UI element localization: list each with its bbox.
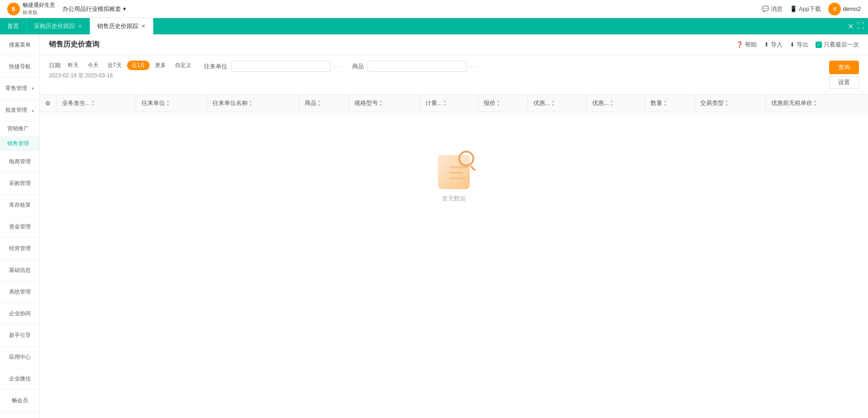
col-sort-discount2[interactable]: 优惠... ▲▼ (592, 99, 640, 107)
search-button[interactable]: 查询 (829, 61, 859, 74)
message-icon: 💬 (762, 5, 769, 12)
sidebar-item-marketing[interactable]: 营销推广 (0, 121, 39, 136)
sidebar-item-quick-nav[interactable]: 快捷导航 (0, 56, 39, 78)
col-price: 报价 ▲▼ (478, 95, 528, 112)
sidebar: 搜索菜单 快捷导航 零售管理 ▾ 批发管理 ▴ 营销推广 销售管理 电商管理 (0, 34, 40, 418)
sidebar-item-search-menu[interactable]: 搜索菜单 (0, 34, 39, 56)
illus-line2 (449, 172, 463, 174)
sidebar-item-app-center[interactable]: 应用中心 (0, 347, 39, 368)
sidebar-item-new-guide[interactable]: 新手引导 (0, 325, 39, 347)
date-btn-1month[interactable]: 近1月 (127, 61, 150, 70)
sidebar-item-inventory[interactable]: 库存核算 (0, 195, 39, 216)
col-trade-type: 交易类型 ▲▼ (695, 95, 766, 112)
col-goods: 商品 ▲▼ (299, 95, 349, 112)
col-sort-quantity[interactable]: 数量 ▲▼ (651, 99, 689, 107)
sort-arrows-price: ▲▼ (496, 99, 500, 107)
sidebar-item-ecommerce[interactable]: 电商管理 (0, 151, 39, 173)
col-spec: 规格型号 ▲▼ (349, 95, 420, 112)
col-sort-spec[interactable]: 规格型号 ▲▼ (354, 99, 414, 107)
tab-home[interactable]: 首页 (0, 18, 27, 34)
date-btn-more[interactable]: 更多 (151, 61, 170, 70)
sort-arrows-discount1: ▲▼ (551, 99, 555, 107)
sidebar-purchase-label: 采购管理 (9, 180, 31, 187)
sort-arrows-quantity: ▲▼ (663, 99, 667, 107)
help-btn[interactable]: ❓ 帮助 (736, 41, 757, 49)
sidebar-retail-label: 零售管理 (5, 85, 27, 92)
sidebar-marketing-label: 营销推广 (7, 125, 29, 133)
sidebar-item-finance[interactable]: 资金管理 (0, 216, 39, 238)
sidebar-item-wholesale-mgmt[interactable]: 批发管理 ▴ (0, 100, 39, 121)
sidebar-item-basic-info[interactable]: 基础信息 (0, 260, 39, 281)
sidebar-item-operations[interactable]: 经营管理 (0, 238, 39, 260)
user-area[interactable]: d demo2 (828, 3, 861, 15)
col-sort-goods[interactable]: 商品 ▲▼ (305, 99, 343, 107)
tab-sales-close-icon[interactable]: ✕ (141, 23, 146, 29)
col-partner-code: 往来单位 ▲▼ (136, 95, 207, 112)
sidebar-wholesale-label: 批发管理 (5, 107, 27, 114)
date-btn-yesterday[interactable]: 昨天 (64, 61, 82, 70)
workspace-chevron-icon: ▾ (123, 5, 126, 12)
sidebar-item-purchase[interactable]: 采购管理 (0, 173, 39, 195)
page-actions: ❓ 帮助 ⬆ 导入 ⬇ 导出 只看最后一次 (736, 41, 859, 49)
sidebar-item-enterprise-wechat[interactable]: 企业微信 (0, 368, 39, 390)
tab-purchase-history[interactable]: 采购历史价跟踪 ✕ (27, 18, 90, 34)
goods-input[interactable] (368, 61, 467, 72)
date-range-text: 2023-02-18 至 2023-03-18 (49, 72, 195, 80)
sidebar-coop-label: 企业协同 (9, 310, 31, 318)
date-btn-custom[interactable]: 自定义 (171, 61, 195, 70)
tab-purchase-label: 采购历史价跟踪 (34, 22, 75, 30)
sidebar-guide-label: 新手引导 (9, 332, 31, 339)
col-settings: ⚙ (40, 95, 57, 112)
sidebar-item-sales-mgmt[interactable]: 销售管理 (0, 136, 39, 151)
tab-maximize-icon[interactable]: ⛶ (857, 22, 864, 30)
date-btn-7days[interactable]: 近7天 (104, 61, 125, 70)
date-btn-today[interactable]: 今天 (84, 61, 102, 70)
tab-sales-history[interactable]: 销售历史价跟踪 ✕ (90, 18, 153, 34)
sidebar-retail-arrow-icon: ▾ (32, 86, 34, 91)
settings-gear-icon[interactable]: ⚙ (45, 100, 51, 107)
only-last-checkbox[interactable] (816, 42, 822, 48)
logo-sub: 标准版 (23, 9, 55, 16)
sort-arrows-goods: ▲▼ (317, 99, 321, 107)
sidebar-member-label: 畅会员 (12, 397, 28, 404)
app-download-btn[interactable]: 📱 App下载 (790, 5, 821, 13)
sidebar-item-system[interactable]: 系统管理 (0, 281, 39, 303)
partner-input[interactable] (231, 61, 330, 72)
partner-dots-icon[interactable]: ··· (334, 62, 343, 71)
message-btn[interactable]: 💬 消息 (762, 5, 783, 13)
empty-illustration (431, 148, 476, 189)
app-icon: 📱 (790, 5, 797, 12)
only-last-wrap[interactable]: 只看最后一次 (816, 41, 859, 49)
sidebar-item-retail-mgmt[interactable]: 零售管理 ▾ (0, 78, 39, 100)
content-area: 销售历史价查询 ❓ 帮助 ⬆ 导入 ⬇ 导出 (40, 34, 868, 418)
settings-button[interactable]: 设置 (829, 76, 859, 89)
tab-close-window-icon[interactable]: ✕ (848, 22, 854, 31)
col-sort-trade-type[interactable]: 交易类型 ▲▼ (700, 99, 760, 107)
col-sort-unit[interactable]: 计量... ▲▼ (425, 99, 473, 107)
col-unit: 计量... ▲▼ (420, 95, 478, 112)
only-last-label: 只看最后一次 (824, 41, 859, 49)
filter-partner-group: 往来单位 ··· (204, 61, 343, 72)
sort-arrows-discount2: ▲▼ (610, 99, 613, 107)
help-label: 帮助 (745, 41, 757, 49)
col-sort-discount1[interactable]: 优惠... ▲▼ (533, 99, 581, 107)
col-sort-biz-date[interactable]: 业务发生... ▲▼ (62, 99, 130, 107)
sidebar-item-member[interactable]: 畅会员 (0, 390, 39, 412)
workspace-selector[interactable]: 办公用品行业模拟账套 ▾ (59, 3, 130, 15)
filter-date-group: 日期 昨天 今天 近7天 近1月 更多 自定义 2023-02-18 至 202… (49, 61, 195, 80)
export-btn[interactable]: ⬇ 导出 (790, 41, 808, 49)
sidebar-inventory-label: 库存核算 (9, 202, 31, 209)
main-layout: 搜索菜单 快捷导航 零售管理 ▾ 批发管理 ▴ 营销推广 销售管理 电商管理 (0, 34, 868, 418)
message-label: 消息 (771, 5, 783, 13)
col-sort-partner-name[interactable]: 往来单位名称 ▲▼ (212, 99, 293, 107)
tab-purchase-close-icon[interactable]: ✕ (78, 23, 82, 29)
col-sort-price[interactable]: 报价 ▲▼ (484, 99, 522, 107)
sidebar-item-enterprise-coop[interactable]: 企业协同 (0, 303, 39, 325)
col-discount1: 优惠... ▲▼ (528, 95, 587, 112)
import-btn[interactable]: ⬆ 导入 (764, 41, 783, 49)
col-sort-pre-tax-price[interactable]: 优惠前无税单价 ▲▼ (771, 99, 863, 107)
sidebar-wechat-label: 企业微信 (9, 375, 31, 383)
goods-dots-icon[interactable]: ··· (471, 62, 479, 71)
illus-line1 (449, 166, 467, 168)
col-sort-partner-code[interactable]: 往来单位 ▲▼ (142, 99, 201, 107)
